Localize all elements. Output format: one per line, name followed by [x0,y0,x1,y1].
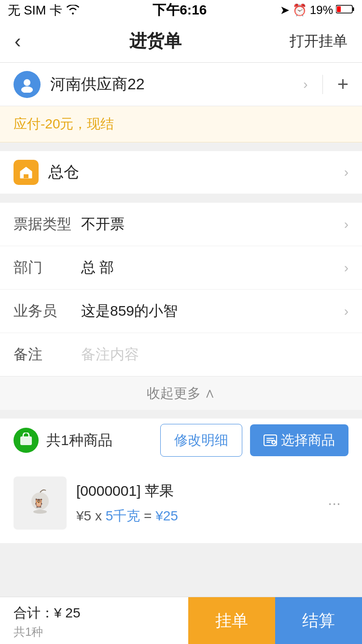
product-info: [0000001] 苹果 ¥5 x 5千克 = ¥25 [76,481,310,525]
products-card: 共1种商品 修改明细 选择商品 🦉 [0,419,362,543]
svg-rect-5 [24,174,28,178]
dept-label: 部门 [14,258,76,278]
total-count: 共1种 [14,624,175,640]
total-area: 合计：¥ 25 共1种 [0,602,188,640]
products-icon [14,428,39,453]
svg-point-4 [21,86,33,93]
more-options-icon[interactable]: ··· [320,490,348,516]
warehouse-row[interactable]: 总仓 › [0,151,362,194]
total-value: ¥ 25 [54,605,81,620]
sales-chevron-icon: › [344,304,348,319]
quantity: 5千克 [106,508,140,523]
main-content: 河南供应商22 › + 应付-20元，现结 总仓 › 票据类型 不开票 › [0,63,362,600]
invoice-label: 票据类型 [14,214,76,234]
svg-text:🦉: 🦉 [33,498,44,508]
alarm-icon: ⏰ [292,3,307,17]
dept-row[interactable]: 部门 总 部 › [0,246,362,289]
collapse-label: 收起更多 ∧ [147,384,216,403]
remark-input[interactable]: 备注内容 [76,345,348,364]
warehouse-card[interactable]: 总仓 › [0,151,362,194]
nav-bar: ‹ 进货单 打开挂单 [0,20,362,63]
notice-bar: 应付-20元，现结 [0,106,362,142]
product-code: [0000001] [76,483,145,499]
status-right: ➤ ⏰ 19% [280,3,354,17]
status-left: 无 SIM 卡 [8,2,80,19]
form-card: 票据类型 不开票 › 部门 总 部 › 业务员 这是859的小智 › 备注 备注… [0,202,362,410]
add-button[interactable]: + [337,73,348,95]
warehouse-icon [14,160,39,185]
total-price: ¥25 [155,508,178,523]
status-time: 下午6:16 [153,1,207,19]
product-item[interactable]: 🦉 [0000001] 苹果 ¥5 x 5千克 = ¥25 ··· [0,463,362,543]
invoice-chevron-icon: › [344,217,348,232]
total-amount: 合计：¥ 25 [14,602,175,622]
invoice-row[interactable]: 票据类型 不开票 › [0,202,362,246]
notice-text: 应付-20元，现结 [14,116,114,131]
warehouse-name: 总仓 [48,162,344,183]
supplier-chevron-icon: › [303,77,307,92]
total-label: 合计： [14,605,54,620]
invoice-value: 不开票 [76,214,344,234]
warehouse-chevron-icon: › [344,165,348,180]
sales-row[interactable]: 业务员 这是859的小智 › [0,289,362,333]
product-name: [0000001] 苹果 [76,481,310,501]
collapse-bar[interactable]: 收起更多 ∧ [0,376,362,410]
sales-label: 业务员 [14,301,76,321]
product-title: 苹果 [145,483,174,499]
carrier-label: 无 SIM 卡 [8,2,62,19]
product-thumbnail: 🦉 [14,476,67,530]
remark-row[interactable]: 备注 备注内容 [0,333,362,376]
divider [322,75,323,94]
svg-point-10 [33,510,47,514]
products-count: 共1种商品 [46,431,153,450]
dept-value: 总 部 [76,258,344,278]
products-header: 共1种商品 修改明细 选择商品 [0,419,362,462]
svg-rect-6 [20,436,32,445]
svg-rect-1 [352,7,354,11]
svg-rect-2 [337,6,341,12]
page-title: 进货单 [129,29,181,53]
edit-detail-button[interactable]: 修改明细 [160,424,242,457]
svg-point-3 [24,79,30,86]
bottom-bar: 合计：¥ 25 共1种 挂单 结算 [0,597,362,644]
battery-label: 19% [310,3,333,17]
open-pending-button[interactable]: 打开挂单 [290,31,348,51]
location-icon: ➤ [280,3,290,17]
checkout-button[interactable]: 结算 [275,597,362,644]
supplier-avatar [14,71,41,98]
pending-button[interactable]: 挂单 [188,597,275,644]
dept-chevron-icon: › [344,260,348,276]
supplier-name: 河南供应商22 [50,74,303,95]
back-button[interactable]: ‹ [14,30,21,52]
status-bar: 无 SIM 卡 下午6:16 ➤ ⏰ 19% [0,0,362,20]
sales-value: 这是859的小智 [76,301,344,321]
supplier-row[interactable]: 河南供应商22 › + [0,63,362,106]
select-product-label: 选择商品 [281,431,335,449]
remark-label: 备注 [14,345,76,364]
unit-price: ¥5 x [76,508,106,523]
wifi-icon [66,3,80,18]
select-product-button[interactable]: 选择商品 [250,424,348,456]
battery-icon [336,3,354,17]
supplier-card: 河南供应商22 › + 应付-20元，现结 [0,63,362,142]
product-price: ¥5 x 5千克 = ¥25 [76,507,310,525]
equals: = [140,508,155,523]
